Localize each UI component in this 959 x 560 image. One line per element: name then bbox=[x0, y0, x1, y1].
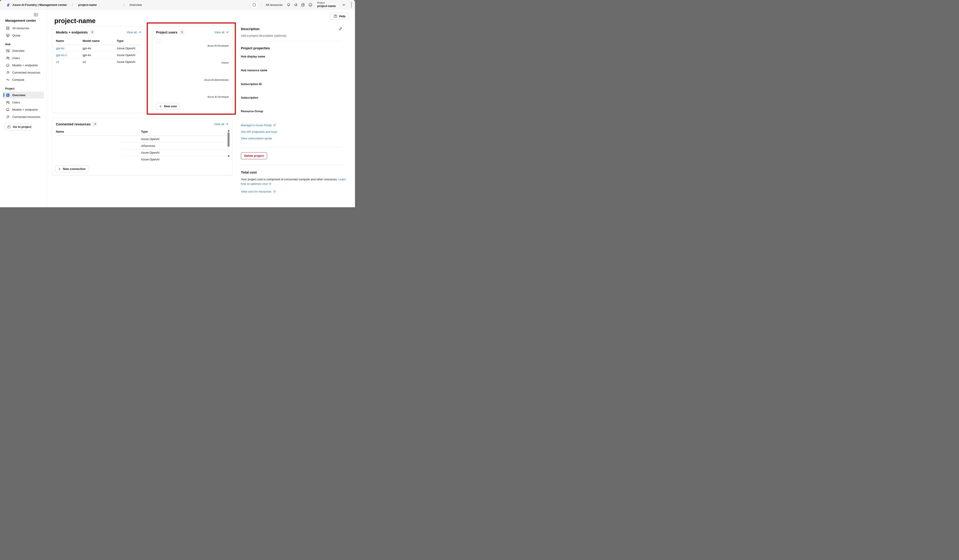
view-cost-resources-link[interactable]: View cost for resources bbox=[241, 190, 342, 193]
plug-icon bbox=[6, 115, 10, 119]
chevron-down-icon[interactable] bbox=[342, 3, 346, 7]
go-to-project-button[interactable]: Go to project bbox=[4, 123, 32, 130]
model-model-cell: gpt-4o bbox=[83, 45, 117, 52]
models-view-all-link[interactable]: View all bbox=[127, 30, 141, 34]
sidebar-item-project-users[interactable]: Users bbox=[3, 99, 44, 106]
users-view-all-link[interactable]: View all bbox=[214, 30, 229, 34]
avatar[interactable] bbox=[351, 2, 352, 8]
connections-view-all-link[interactable]: View all bbox=[214, 123, 229, 126]
connected-resources-card: Connected resources 9 View all Name Type… bbox=[52, 118, 233, 175]
connection-name-cell bbox=[56, 137, 141, 141]
scroll-down-arrow[interactable] bbox=[228, 156, 230, 157]
project-switcher-value: project-name bbox=[317, 4, 336, 8]
model-name-link[interactable]: gpt-4o bbox=[56, 47, 64, 50]
all-resources-link[interactable]: All resources bbox=[266, 3, 282, 6]
sidebar-item-hub-models[interactable]: Models + endpoints bbox=[3, 62, 44, 68]
users-card-title: Project users bbox=[156, 30, 177, 34]
help-question-icon bbox=[333, 14, 337, 18]
column-header: Name bbox=[56, 37, 83, 45]
model-type-cell: Azure OpenAI bbox=[117, 59, 141, 65]
property-label: Resource Group bbox=[241, 110, 342, 113]
sidebar-item-label: Overview bbox=[12, 49, 24, 52]
scrollbar-thumb[interactable] bbox=[228, 132, 229, 147]
breadcrumb-page[interactable]: Overview bbox=[129, 3, 142, 6]
topbar-divider bbox=[261, 2, 262, 7]
table-row: gpt-4o gpt-4o Azure OpenAI bbox=[56, 45, 141, 52]
sidebar-item-hub-overview[interactable]: Overview bbox=[3, 47, 44, 54]
sidebar-item-project-overview[interactable]: Overview bbox=[3, 92, 44, 99]
new-connection-button[interactable]: New connection bbox=[55, 165, 89, 172]
arrow-right-icon bbox=[138, 30, 141, 34]
copilot-chat-icon bbox=[252, 3, 256, 7]
sidebar-item-quota[interactable]: Quota bbox=[3, 32, 44, 39]
plus-icon bbox=[159, 105, 162, 108]
link-label: View cost for resources bbox=[241, 190, 271, 193]
project-properties-title: Project properties bbox=[241, 46, 342, 50]
column-header: Model name bbox=[83, 37, 117, 45]
go-to-project-label: Go to project bbox=[13, 125, 31, 129]
user-role: Azure AI Administrator bbox=[204, 78, 229, 81]
model-name-link[interactable]: o1 bbox=[56, 60, 59, 64]
app-title[interactable]: Azure AI Foundry | Management center bbox=[13, 3, 67, 6]
help-button[interactable]: Help bbox=[330, 13, 349, 20]
total-cost-title: Total cost bbox=[241, 170, 342, 174]
collapse-panel-icon[interactable] bbox=[34, 13, 38, 16]
copilot-button[interactable] bbox=[251, 2, 258, 8]
sidebar-item-label: Models + endpoints bbox=[12, 64, 38, 67]
announcements-megaphone-icon[interactable] bbox=[294, 3, 298, 7]
description-placeholder: Add a project description (optional) bbox=[241, 34, 342, 37]
avatar bbox=[156, 38, 161, 44]
sidebar-item-hub-connected[interactable]: Connected resources bbox=[3, 69, 44, 76]
table-scrollbar[interactable] bbox=[227, 129, 230, 158]
view-subscription-quota-link[interactable]: View subscription quota bbox=[241, 137, 342, 140]
connections-table: Name Type Azure OpenAI AIServices Azure … bbox=[56, 129, 227, 163]
compute-pulse-icon bbox=[6, 78, 10, 82]
sidebar-item-label: Connected resources bbox=[12, 115, 40, 119]
connection-name-cell bbox=[56, 158, 141, 161]
sidebar-item-project-models[interactable]: Models + endpoints bbox=[3, 106, 44, 113]
delete-project-button[interactable]: Delete project bbox=[241, 152, 267, 159]
sidebar-item-project-connected[interactable]: Connected resources bbox=[3, 113, 44, 120]
quota-monitor-icon bbox=[6, 33, 10, 37]
feedback-smiley-icon[interactable] bbox=[308, 3, 312, 7]
new-user-label: New user bbox=[164, 105, 177, 108]
new-connection-label: New connection bbox=[63, 167, 86, 170]
models-table: Name Model name Type gpt-4o gpt-4o Azure… bbox=[56, 37, 141, 65]
total-cost-body: Your project cost is comprised of consum… bbox=[241, 177, 349, 186]
breadcrumb-separator: / bbox=[123, 3, 124, 6]
sidebar-item-label: Overview bbox=[12, 94, 25, 97]
help-label: Help bbox=[339, 14, 346, 18]
settings-gear-icon[interactable] bbox=[301, 3, 305, 7]
view-all-label: View all bbox=[214, 123, 224, 126]
sidebar-item-label: All resources bbox=[12, 27, 29, 30]
property-label: Hub display name bbox=[241, 55, 342, 58]
sidebar-item-hub-compute[interactable]: Compute bbox=[3, 76, 44, 83]
sidebar-item-all-resources[interactable]: All resources bbox=[3, 25, 44, 32]
new-user-button[interactable]: New user bbox=[156, 103, 180, 110]
edit-pencil-icon[interactable] bbox=[338, 27, 342, 31]
sidebar-item-label: Models + endpoints bbox=[12, 108, 38, 111]
scroll-up-arrow[interactable] bbox=[228, 130, 230, 132]
project-switcher[interactable]: Project project-name bbox=[317, 2, 346, 8]
breadcrumb-project[interactable]: project-name bbox=[78, 3, 97, 6]
users-count-badge: 5 bbox=[180, 30, 185, 34]
sidebar-section-hub: Hub bbox=[0, 39, 47, 47]
table-row: Azure OpenAI bbox=[56, 150, 227, 156]
sidebar-item-hub-users[interactable]: Users bbox=[3, 54, 44, 61]
apps-grid-icon bbox=[6, 26, 10, 30]
arrow-right-icon bbox=[226, 30, 229, 34]
link-label: Manage in Azure Portal bbox=[241, 124, 271, 127]
table-row: o1 o1 Azure OpenAI bbox=[56, 59, 141, 65]
sidebar-section-project: Project bbox=[0, 83, 47, 92]
manage-azure-portal-link[interactable]: Manage in Azure Portal bbox=[241, 124, 342, 127]
model-name-link[interactable]: gpt-4o-2 bbox=[56, 53, 67, 57]
models-cloud-icon bbox=[6, 64, 10, 67]
notifications-bell-icon[interactable] bbox=[287, 3, 291, 7]
model-model-cell: gpt-4o bbox=[83, 52, 117, 59]
overview-card-icon-filled bbox=[6, 93, 10, 97]
details-panel: Help Description Add a project descripti… bbox=[241, 10, 349, 207]
get-api-endpoints-link[interactable]: Get API endpoints and keys bbox=[241, 130, 342, 134]
column-header: Type bbox=[117, 37, 141, 45]
column-header: Type bbox=[141, 130, 148, 133]
plus-icon bbox=[58, 167, 61, 170]
